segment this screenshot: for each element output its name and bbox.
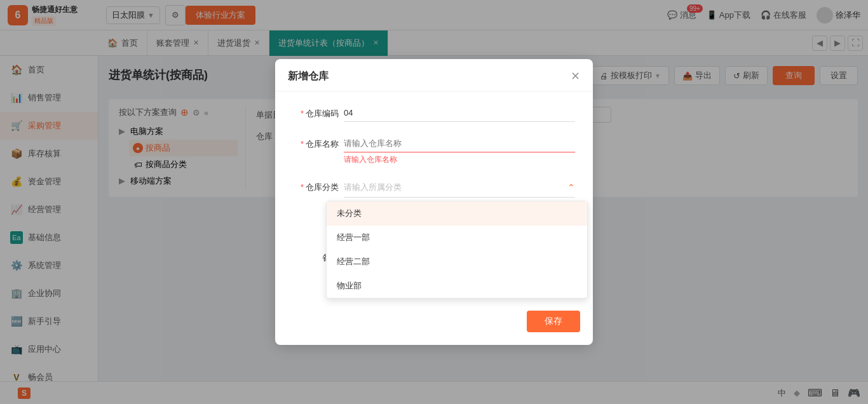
dialog-header: 新增仓库 ✕ [275, 59, 593, 91]
dropdown-item-0[interactable]: 未分类 [327, 201, 587, 226]
dropdown-item-3[interactable]: 物业部 [327, 274, 587, 298]
name-label: 仓库名称 [293, 135, 344, 150]
warehouse-code-input[interactable] [344, 104, 575, 122]
save-button[interactable]: 保存 [527, 311, 580, 332]
code-control [344, 104, 575, 122]
name-control: 请输入仓库名称 [344, 135, 575, 165]
form-row-category: 仓库分类 请输入所属分类 ⌃ 未分类 经营一部 经营二部 物业部 [293, 178, 575, 198]
dropdown-item-2[interactable]: 经营二部 [327, 250, 587, 274]
category-dropdown-trigger[interactable]: 请输入所属分类 ⌃ [344, 178, 575, 198]
dialog-title: 新增仓库 [288, 70, 329, 83]
dialog-overlay: 新增仓库 ✕ 仓库编码 仓库名称 请输入仓库名称 仓库分类 [0, 0, 868, 404]
warehouse-name-input[interactable] [344, 135, 575, 152]
new-warehouse-dialog: 新增仓库 ✕ 仓库编码 仓库名称 请输入仓库名称 仓库分类 [275, 59, 593, 345]
dialog-close-button[interactable]: ✕ [571, 69, 580, 83]
form-row-code: 仓库编码 [293, 104, 575, 122]
category-dropdown-menu: 未分类 经营一部 经营二部 物业部 [326, 201, 588, 299]
name-error-msg: 请输入仓库名称 [344, 154, 575, 165]
dialog-footer: 保存 [275, 303, 593, 345]
category-control: 请输入所属分类 ⌃ 未分类 经营一部 经营二部 物业部 [344, 178, 575, 198]
category-label: 仓库分类 [293, 178, 344, 193]
dialog-body: 仓库编码 仓库名称 请输入仓库名称 仓库分类 请输入所属分类 [275, 91, 593, 303]
dropdown-item-1[interactable]: 经营一部 [327, 226, 587, 250]
form-row-name: 仓库名称 请输入仓库名称 [293, 135, 575, 165]
code-label: 仓库编码 [293, 104, 344, 119]
category-arrow-icon: ⌃ [567, 182, 575, 192]
